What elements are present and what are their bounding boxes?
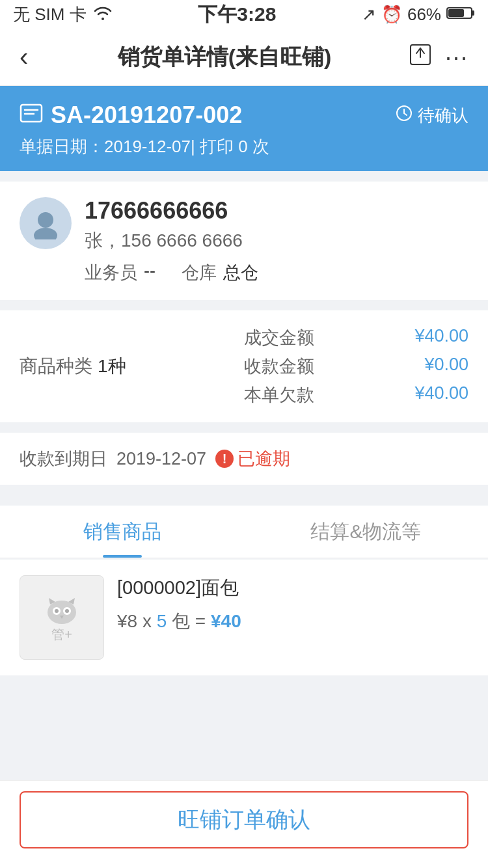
svg-point-12	[65, 609, 69, 613]
bottom-bar: 旺铺订单确认	[0, 780, 488, 868]
payment-amount: ¥0.00	[424, 355, 468, 378]
order-header: SA-20191207-002 待确认 单据日期：2019-12-07| 打印 …	[0, 86, 488, 171]
wifi-icon	[93, 5, 113, 25]
svg-point-6	[38, 212, 53, 228]
customer-name: 张，156 6666 6666	[85, 228, 468, 253]
svg-rect-1	[472, 10, 474, 16]
share-icon[interactable]	[409, 43, 432, 71]
product-info: [0000002]面包 ¥8 x 5 包 = ¥40	[117, 575, 468, 634]
product-thumbnail: 管+	[20, 575, 104, 660]
warehouse-value: 总仓	[223, 261, 258, 284]
customer-meta: 业务员 -- 仓库 总仓	[85, 261, 468, 284]
summary-section: 商品种类 1种 成交金额 ¥40.00 收款金额 ¥0.00 本单欠款 ¥40.…	[0, 310, 488, 422]
product-name: [0000002]面包	[117, 575, 468, 601]
status-bar: 无 SIM 卡 下午3:28 ↗ ⏰ 66%	[0, 0, 488, 29]
goods-type-label: 商品种类	[20, 354, 92, 379]
warehouse-label: 仓库	[182, 261, 217, 284]
tabs-row: 销售商品 结算&物流等	[0, 506, 488, 558]
product-total: ¥40	[211, 611, 241, 631]
clock-icon	[396, 105, 413, 126]
svg-point-7	[34, 228, 57, 239]
divider-2	[0, 422, 488, 433]
order-icon	[20, 102, 43, 129]
location-icon: ↗	[362, 5, 376, 25]
battery-label: 66%	[407, 5, 441, 25]
salesperson-item: 业务员 --	[85, 261, 156, 284]
warehouse-item: 仓库 总仓	[182, 261, 258, 284]
customer-phone: 17666666666	[85, 197, 468, 224]
nav-actions: ···	[390, 43, 468, 71]
salesperson-label: 业务员	[85, 261, 137, 284]
svg-rect-2	[448, 9, 464, 17]
tabs-section: 销售商品 结算&物流等	[0, 506, 488, 558]
back-button[interactable]: ‹	[20, 42, 59, 72]
overdue-badge: ! 已逾期	[215, 447, 290, 470]
transaction-row: 成交金额 ¥40.00	[244, 326, 468, 349]
page-title: 销货单详情(来自旺铺)	[59, 42, 390, 72]
divider-3	[0, 485, 488, 495]
svg-point-8	[47, 601, 76, 624]
customer-card: 17666666666 张，156 6666 6666 业务员 -- 仓库 总仓	[0, 182, 488, 300]
order-status: 待确认	[396, 104, 468, 127]
confirm-order-button[interactable]: 旺铺订单确认	[20, 791, 468, 848]
customer-info: 17666666666 张，156 6666 6666 业务员 -- 仓库 总仓	[85, 197, 468, 284]
overdue-icon: !	[215, 450, 234, 468]
payment-row: 收款金额 ¥0.00	[244, 355, 468, 378]
due-date-label: 收款到期日	[20, 447, 107, 470]
due-date-value: 2019-12-07	[116, 449, 206, 469]
status-left: 无 SIM 卡	[13, 3, 113, 26]
svg-point-11	[55, 609, 59, 613]
goods-type-value: 1种	[98, 354, 126, 379]
tab-sales-goods[interactable]: 销售商品	[0, 506, 244, 558]
avatar	[20, 197, 72, 249]
order-date-info: 单据日期：2019-12-07| 打印 0 次	[20, 135, 468, 158]
divider-1	[0, 300, 488, 310]
status-right: ↗ ⏰ 66%	[362, 5, 475, 25]
product-logo-text: 管+	[51, 628, 72, 641]
product-item: 管+ [0000002]面包 ¥8 x 5 包 = ¥40	[0, 560, 488, 675]
due-section: 收款到期日 2019-12-07 ! 已逾期	[0, 433, 488, 485]
nav-bar: ‹ 销货单详情(来自旺铺) ···	[0, 29, 488, 86]
product-quantity: 5	[157, 611, 167, 631]
transaction-amount: ¥40.00	[414, 326, 468, 349]
alarm-icon: ⏰	[381, 5, 402, 25]
status-time: 下午3:28	[198, 1, 276, 28]
tab-settlement[interactable]: 结算&物流等	[244, 506, 488, 558]
order-header-top: SA-20191207-002 待确认	[20, 102, 468, 129]
product-logo: 管+	[42, 594, 81, 641]
overdue-text: 已逾期	[237, 447, 290, 470]
summary-right: 成交金额 ¥40.00 收款金额 ¥0.00 本单欠款 ¥40.00	[244, 326, 468, 407]
summary-left: 商品种类 1种	[20, 326, 244, 407]
owed-row: 本单欠款 ¥40.00	[244, 383, 468, 407]
order-id: SA-20191207-002	[20, 102, 242, 129]
owed-amount: ¥40.00	[414, 383, 468, 407]
battery-icon	[446, 5, 475, 25]
salesperson-value: --	[144, 261, 156, 284]
carrier-label: 无 SIM 卡	[13, 3, 87, 26]
customer-section: 17666666666 张，156 6666 6666 业务员 -- 仓库 总仓	[20, 197, 468, 284]
product-price-line: ¥8 x 5 包 = ¥40	[117, 609, 468, 634]
more-icon[interactable]: ···	[445, 44, 468, 71]
